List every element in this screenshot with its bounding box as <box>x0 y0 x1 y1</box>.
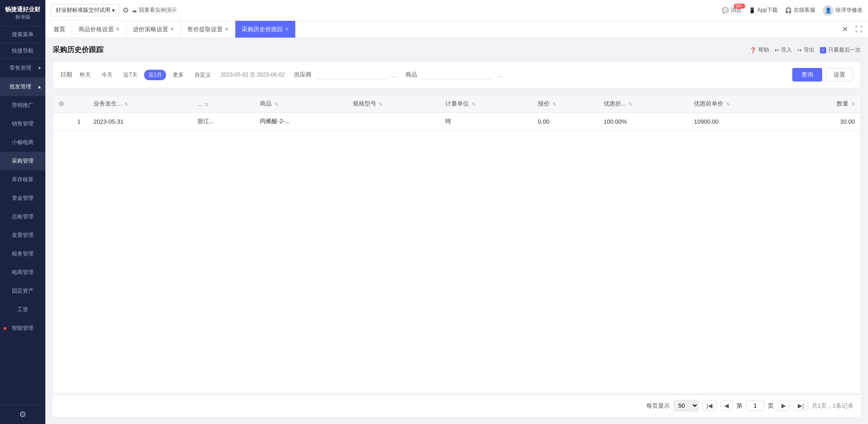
topbar-right: 💬 消息 99+ 📱 App下载 🎧 在线客服 👤 徐泽华修改 <box>722 5 863 16</box>
sidebar-item-tax[interactable]: 税务管理 <box>0 245 45 263</box>
search-label: 搜索菜单 <box>12 31 34 38</box>
settings-icon: ⚙ <box>19 410 26 419</box>
sidebar-item-wholesale[interactable]: 批发管理 ▲ <box>0 77 45 96</box>
tab-sale-close[interactable]: ✕ <box>224 26 229 32</box>
row-discount: 100.00% <box>598 113 688 130</box>
topbar-demo[interactable]: ☁ 我要看实例演示 <box>132 6 177 14</box>
sidebar-item-marketing[interactable]: 营销推广 <box>0 96 45 115</box>
supplier-more[interactable]: ... <box>391 72 396 78</box>
product-selector[interactable]: 好业财标准版交付试用 ▾ <box>51 4 120 16</box>
topbar: 好业财标准版交付试用 ▾ ⚙ ☁ 我要看实例演示 💬 消息 99+ 📱 App下… <box>45 0 868 21</box>
sidebar-item-retail-arrow: ▼ <box>37 66 42 71</box>
sidebar-item-invoice[interactable]: 发票管理 <box>0 226 45 245</box>
tab-strategy-close[interactable]: ✕ <box>170 26 174 32</box>
filter-panel: 日期 昨天 今天 近7天 近1月 更多 自定义 2023-05-02 至 202… <box>53 61 861 88</box>
col-date[interactable]: 业务发生... ⇅ <box>88 95 192 113</box>
sidebar-item-ecom-small-label: 小畅电商 <box>4 139 42 146</box>
col-goods[interactable]: 商品 ⇅ <box>254 95 347 113</box>
filter-supplier: 供应商 ... <box>294 70 396 79</box>
export-btn[interactable]: ↪ 导出 <box>797 46 814 54</box>
page-last-btn[interactable]: ▶| <box>794 400 808 411</box>
tab-history-close[interactable]: ✕ <box>285 26 289 32</box>
query-button[interactable]: 查询 <box>792 68 822 82</box>
sidebar-item-ledger[interactable]: 总账管理 <box>0 207 45 226</box>
date-custom[interactable]: 自定义 <box>190 70 215 80</box>
sidebar-item-sales[interactable]: 销售管理 <box>0 115 45 133</box>
table-row[interactable]: 1 2023-05-31 浙江... 丙烯酸-2-... 吨 0.00 100.… <box>53 113 860 130</box>
col-orig-price[interactable]: 优惠前单价 ⇅ <box>688 95 795 113</box>
supplier-input[interactable] <box>315 70 388 79</box>
col-unit-label: 计量单位 <box>445 100 469 107</box>
gear-icon[interactable]: ⚙ <box>59 100 64 107</box>
sidebar-item-smart[interactable]: 智能管理 <box>0 319 45 337</box>
date-yesterday[interactable]: 昨天 <box>76 70 95 80</box>
sort-unit-icon: ⇅ <box>472 101 475 106</box>
sidebar-item-retail[interactable]: 零售管理 ▼ <box>0 59 45 77</box>
tab-price[interactable]: 商品价格设置 ✕ <box>72 21 127 38</box>
page-next-btn[interactable]: ▶ <box>777 400 790 411</box>
settings-button[interactable]: 设置 <box>826 68 853 82</box>
tab-close-btn[interactable]: ✕ <box>840 23 850 35</box>
col-spec[interactable]: 规格型号 ⇅ <box>347 95 440 113</box>
goods-input[interactable] <box>421 70 493 79</box>
export-icon: ↪ <box>797 47 802 53</box>
sidebar-item-invoice-label: 发票管理 <box>4 231 42 239</box>
sort-extra-icon: ⇅ <box>205 102 208 107</box>
sidebar-item-fixed-label: 固定资产 <box>4 287 42 295</box>
date-more[interactable]: 更多 <box>169 70 188 80</box>
page-prev-btn[interactable]: ◀ <box>720 400 733 411</box>
sidebar-item-purchase[interactable]: 采购管理 <box>0 152 45 170</box>
sidebar-item-purchase-label: 采购管理 <box>4 157 42 165</box>
goods-label: 商品 <box>405 71 417 79</box>
tab-price-close[interactable]: ✕ <box>116 26 120 32</box>
date-label: 日期 <box>60 71 72 79</box>
page-actions: ❓ 帮助 ↩ 导入 ↪ 导出 ✓ 只看最后一次 <box>750 46 861 54</box>
sidebar-item-ecom-small[interactable]: 小畅电商 <box>0 133 45 152</box>
topbar-online-service[interactable]: 🎧 在线客服 <box>785 6 815 14</box>
tab-strategy[interactable]: 进价策略设置 ✕ <box>127 21 181 38</box>
col-extra-label: ... <box>197 101 202 107</box>
filter-date: 日期 昨天 今天 近7天 近1月 更多 自定义 2023-05-02 至 202… <box>60 70 285 80</box>
import-btn[interactable]: ↩ 导入 <box>775 46 792 54</box>
col-extra[interactable]: ... ⇅ <box>192 95 255 113</box>
page-size-select[interactable]: 50 100 200 <box>673 400 699 411</box>
sidebar-quicknav[interactable]: 快捷导航 <box>0 43 45 59</box>
date-7days[interactable]: 近7天 <box>119 70 141 80</box>
col-num <box>70 95 88 113</box>
help-btn[interactable]: ❓ 帮助 <box>750 46 769 54</box>
col-price[interactable]: 报价 ⇅ <box>532 95 598 113</box>
topbar-app-download[interactable]: 📱 App下载 <box>749 6 778 14</box>
sidebar-item-inventory[interactable]: 库存核算 <box>0 170 45 189</box>
sidebar-item-ecom[interactable]: 电商管理 <box>0 263 45 282</box>
sidebar-item-ledger-label: 总账管理 <box>4 213 42 221</box>
tab-home[interactable]: 首页 <box>47 21 72 38</box>
col-qty[interactable]: 数量 ⇅ <box>795 95 860 113</box>
date-1month[interactable]: 近1月 <box>144 70 166 80</box>
sidebar-item-fixed[interactable]: 固定资产 <box>0 282 45 300</box>
tab-history[interactable]: 采购历史价跟踪 ✕ <box>235 21 296 38</box>
page-input[interactable] <box>746 400 764 411</box>
page-total: 共1页，1条记录 <box>812 402 853 410</box>
col-discount[interactable]: 优惠折... ⇅ <box>598 95 688 113</box>
col-unit[interactable]: 计量单位 ⇅ <box>440 95 532 113</box>
user-info[interactable]: 👤 徐泽华修改 <box>823 5 863 16</box>
goods-more[interactable]: ... <box>497 72 502 78</box>
sidebar-logo: 畅捷通好业财 标准版 <box>0 0 45 26</box>
user-name: 徐泽华修改 <box>835 6 863 14</box>
topbar-message[interactable]: 💬 消息 99+ <box>722 6 741 14</box>
sidebar-item-finance[interactable]: 资金管理 <box>0 189 45 207</box>
sidebar-search[interactable]: 搜索菜单 <box>0 26 45 43</box>
only-last-checkbox[interactable]: ✓ 只看最后一次 <box>820 46 861 54</box>
tab-sale[interactable]: 售价提取设置 ✕ <box>181 21 235 38</box>
row-price: 0.00 <box>532 113 598 130</box>
col-gear[interactable]: ⚙ <box>53 95 70 113</box>
pagination: 每页显示 50 100 200 |◀ ◀ 第 页 ▶ ▶| 共1页，1条记录 <box>53 394 861 417</box>
data-table: ⚙ 业务发生... ⇅ ... ⇅ 商品 ⇅ <box>53 95 860 130</box>
sidebar-item-salary[interactable]: 工资 <box>0 300 45 319</box>
sidebar-item-retail-label: 零售管理 <box>4 64 37 72</box>
sidebar-bottom-settings[interactable]: ⚙ <box>0 405 45 424</box>
topbar-settings-icon[interactable]: ⚙ <box>122 6 129 14</box>
tab-expand-btn[interactable]: ⛶ <box>853 24 864 35</box>
date-today[interactable]: 今天 <box>98 70 117 80</box>
page-first-btn[interactable]: |◀ <box>702 400 717 411</box>
